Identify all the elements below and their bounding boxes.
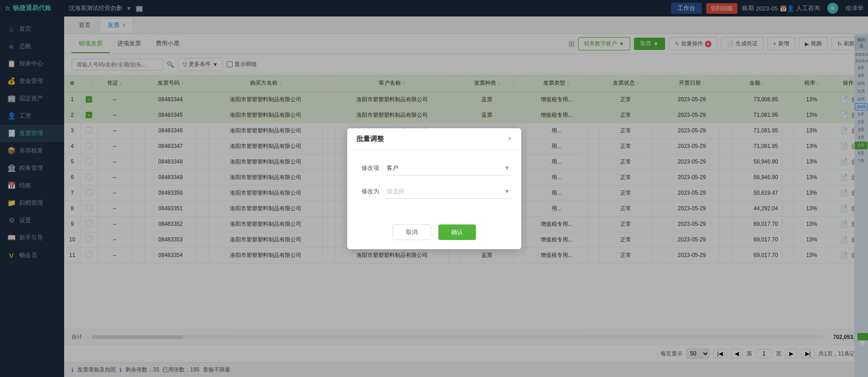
modal-header: 批量调整 ×: [347, 128, 521, 150]
modify-item-dropdown-icon: ▼: [504, 164, 510, 171]
modal-title: 批量调整: [356, 135, 384, 143]
modify-item-row: 修改项 客户 ▼: [356, 161, 512, 175]
modify-to-placeholder: 请选择: [387, 187, 404, 196]
confirm-button[interactable]: 确认: [438, 224, 476, 240]
modify-to-label: 修改为: [356, 187, 379, 196]
cancel-button[interactable]: 取消: [393, 224, 431, 240]
modal-overlay: 批量调整 × 修改项 客户 ▼ 修改为 请选择 ▼ 取消 确认: [0, 0, 868, 377]
modify-item-select[interactable]: 客户 ▼: [385, 161, 512, 175]
modify-to-select[interactable]: 请选择 ▼: [385, 185, 512, 199]
modify-item-label: 修改项: [356, 164, 379, 172]
modify-to-dropdown-icon: ▼: [504, 188, 510, 195]
modal-footer: 取消 确认: [347, 219, 521, 249]
modal-close-button[interactable]: ×: [508, 135, 512, 143]
modal-body: 修改项 客户 ▼ 修改为 请选择 ▼: [347, 150, 521, 219]
batch-adjust-modal: 批量调整 × 修改项 客户 ▼ 修改为 请选择 ▼ 取消 确认: [347, 128, 521, 249]
modify-to-row: 修改为 请选择 ▼: [356, 185, 512, 199]
modify-item-value: 客户: [387, 164, 399, 172]
